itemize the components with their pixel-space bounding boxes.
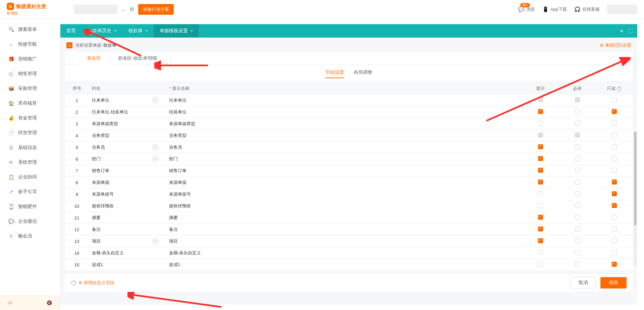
sidebar-item[interactable]: 💬企业微信 [0, 214, 60, 229]
sidebar-item[interactable]: 💰资金管理 [0, 111, 60, 125]
checkbox[interactable] [612, 203, 617, 208]
cell-display-name[interactable]: 部门 [166, 153, 522, 165]
cell-display-name[interactable]: 备注 [166, 224, 522, 236]
checkbox[interactable] [612, 168, 617, 173]
checkbox[interactable] [575, 168, 580, 173]
cell-display-name[interactable]: 往来单位 [166, 95, 522, 106]
tabbar-close-icon[interactable]: ✕ [620, 29, 624, 34]
collapse-chip-icon[interactable]: « [66, 42, 72, 48]
cell-display-name[interactable]: 摘要 [166, 212, 522, 224]
settings-icon[interactable]: ⚙ [129, 6, 134, 12]
checkbox[interactable] [612, 121, 617, 126]
checkbox[interactable] [538, 179, 543, 185]
checkbox[interactable] [575, 203, 580, 208]
checkbox[interactable] [538, 215, 543, 220]
checkbox[interactable] [612, 262, 617, 267]
checkbox[interactable] [575, 250, 580, 255]
sidebar-item[interactable]: 📋企业协同 [0, 170, 60, 185]
cell-display-name[interactable]: 项目 [166, 236, 522, 247]
checkbox[interactable] [575, 262, 580, 267]
customer-service-link[interactable]: 🎧 在线客服 [574, 6, 600, 12]
checkbox[interactable] [538, 109, 543, 114]
cancel-button[interactable]: 取消 [570, 277, 596, 289]
checkbox[interactable] [612, 250, 617, 255]
cell-display-name[interactable]: 销售订单 [166, 165, 522, 177]
sidebar-item[interactable]: ⌚智能硬件 [0, 199, 60, 214]
tabbar-fullscreen-icon[interactable]: ⛶ [628, 29, 633, 34]
save-button[interactable]: 保存 [600, 277, 627, 289]
tab-header-area[interactable]: 表头区 [78, 52, 109, 65]
checkbox[interactable] [538, 121, 543, 126]
sidebar-item[interactable]: 🎁营销推广 [0, 52, 60, 66]
tab-receipt[interactable]: 收款单× [122, 24, 154, 38]
add-icon[interactable]: + [152, 238, 158, 244]
subtab-layout-adjust[interactable]: 布局调整 [354, 69, 372, 78]
cell-display-name[interactable]: 来源单据号 [166, 189, 522, 200]
checkbox[interactable] [538, 144, 543, 149]
sidebar-item[interactable]: 🏠库存核算 [0, 96, 60, 111]
scrollbar-track[interactable] [634, 132, 637, 266]
sidebar-item[interactable]: 🛒销售管理 [0, 66, 60, 81]
cell-display-name[interactable]: 来源单据 [166, 177, 522, 189]
checkbox[interactable] [575, 121, 580, 126]
checkbox[interactable] [612, 97, 617, 102]
checkbox[interactable] [538, 203, 543, 208]
cell-display-name[interactable]: 结算单位 [166, 106, 522, 118]
checkbox[interactable] [575, 179, 580, 185]
close-icon[interactable]: × [114, 29, 116, 33]
checkbox[interactable] [575, 191, 580, 196]
footer-sound-icon[interactable]: 🔇 [47, 300, 52, 305]
cell-display-name[interactable]: 金额-表头自定义 [166, 247, 522, 259]
checkbox[interactable] [538, 156, 543, 161]
close-icon[interactable]: × [145, 29, 148, 33]
scrollbar-thumb[interactable] [634, 132, 637, 225]
subtab-field-settings[interactable]: 字段设置 [325, 69, 344, 78]
checkbox[interactable] [575, 144, 580, 149]
checkbox[interactable] [575, 215, 580, 220]
add-icon[interactable]: + [152, 97, 158, 103]
checkbox[interactable] [612, 238, 617, 243]
experience-button[interactable]: 体验行业方案 [138, 4, 174, 15]
help-icon[interactable]: ? [617, 87, 622, 91]
cell-display-name[interactable]: 提成1 [166, 259, 522, 271]
messages-link[interactable]: 99+ 💬 消息 [518, 6, 535, 12]
footer-gear-icon[interactable]: ⚙ [8, 300, 12, 305]
tenant-chevron-icon[interactable]: ⌄ [121, 7, 125, 12]
checkbox[interactable] [612, 215, 617, 220]
add-icon[interactable]: + [152, 144, 158, 150]
checkbox[interactable] [575, 226, 580, 231]
cell-display-name[interactable]: 来源单据类型 [166, 118, 522, 130]
sidebar-item[interactable]: ⌂快捷导航 [0, 37, 60, 52]
checkbox[interactable] [612, 133, 617, 138]
checkbox[interactable] [575, 109, 580, 114]
tab-body-area[interactable]: 表体区-收款单明细 [109, 52, 165, 64]
checkbox[interactable] [538, 238, 543, 243]
tab-home[interactable]: 首页 [60, 24, 82, 38]
sidebar-item[interactable]: ☰基础信息 [0, 140, 60, 155]
cell-display-name[interactable]: 业务类型 [166, 130, 522, 142]
checkbox[interactable] [538, 262, 543, 267]
checkbox[interactable] [612, 179, 617, 185]
app-download-link[interactable]: 📱 App下载 [542, 6, 567, 12]
checkbox[interactable] [612, 156, 617, 161]
checkbox[interactable] [612, 226, 617, 231]
sidebar-item[interactable]: 📦采购管理 [0, 81, 60, 96]
checkbox[interactable] [538, 226, 543, 231]
manage-custom-fields-link[interactable]: ⚙ 管理自定义字段 [78, 280, 114, 286]
sidebar-item[interactable]: V畅会员 [0, 229, 60, 244]
add-icon[interactable]: + [152, 156, 158, 162]
sidebar-item[interactable]: 📄经营管理 [0, 125, 60, 140]
checkbox[interactable] [538, 168, 543, 173]
cell-display-name[interactable]: 超收转预收 [166, 200, 522, 212]
cell-display-name[interactable]: 业务员 [166, 142, 522, 153]
sidebar-item[interactable]: ⟳系统管理 [0, 155, 60, 170]
tab-receipt-history[interactable]: 收款单历史× [82, 24, 122, 38]
sidebar-item[interactable]: ↗新手引导 [0, 185, 60, 199]
sidebar-item[interactable]: 🔍搜索菜单 [0, 22, 60, 37]
checkbox[interactable] [538, 191, 543, 196]
close-icon[interactable]: × [191, 29, 193, 33]
checkbox[interactable] [575, 238, 580, 243]
checkbox[interactable] [612, 191, 617, 196]
memory-settings-link[interactable]: ⚙ 单据记忆设置 [600, 42, 631, 48]
tab-template-settings[interactable]: 单据模板设置× [154, 24, 199, 38]
